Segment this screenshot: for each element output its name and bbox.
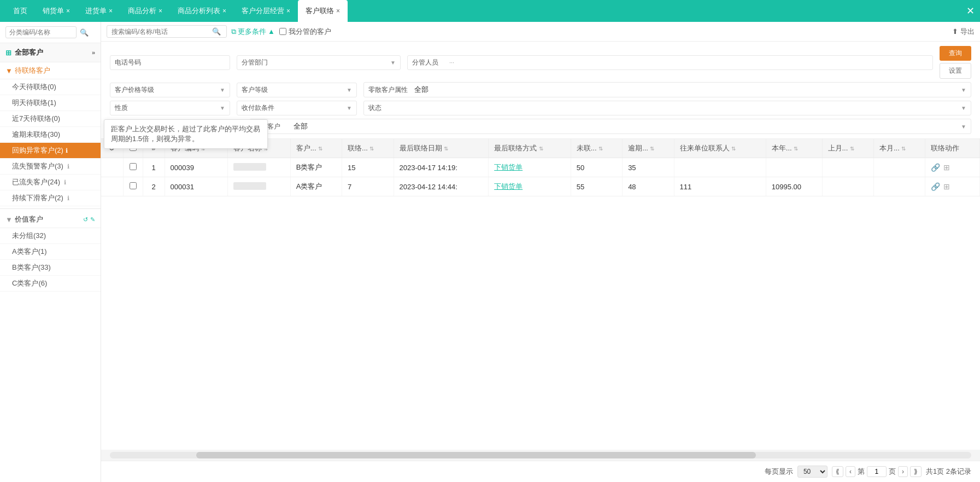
nav-home[interactable]: 首页 <box>5 0 35 22</box>
filter-search-input[interactable] <box>112 28 210 36</box>
filter-gender-field[interactable]: 性质 ▼ <box>110 101 230 115</box>
settings-btn[interactable]: 设置 <box>940 63 971 79</box>
nav-purchase-label: 进货单 <box>85 6 107 16</box>
content-area: 🔍 ⧉ 更多条件 ▲ 我分管的客户 ⬆ 导出 电话号码 <box>101 22 980 482</box>
row1-checkbox[interactable] <box>130 163 137 170</box>
filter-phone-field[interactable]: 电话号码 <box>110 55 230 70</box>
th-uncontacted[interactable]: 未联... <box>571 139 622 158</box>
lost-warning-info-icon[interactable]: ℹ <box>67 163 69 170</box>
close-all-btn[interactable]: ✕ <box>966 5 975 17</box>
nav-purchase-close[interactable]: × <box>109 7 113 15</box>
nav-goods-analysis[interactable]: 商品分析 × <box>120 0 170 22</box>
th-current-month[interactable]: 本月... <box>873 139 925 158</box>
nav-sales-close[interactable]: × <box>66 7 70 15</box>
row2-last-method-val[interactable]: 下销货单 <box>494 182 523 190</box>
sidebar-search-icon[interactable]: 🔍 <box>80 28 89 37</box>
sidebar-item-overdue[interactable]: 逾期未联络(30) <box>0 127 101 143</box>
filter-retail-customer-field[interactable]: 零散客户 全部 ▼ <box>249 119 971 134</box>
sidebar-item-class-a[interactable]: A类客户(1) <box>0 244 101 260</box>
th-last-month[interactable]: 上月... <box>822 139 873 158</box>
row1-grid-icon[interactable]: ⊞ <box>943 163 950 172</box>
filter-price-level-field[interactable]: 客户价格等级 ▼ <box>110 83 230 97</box>
filter-dept-label: 分管部门 <box>242 58 274 67</box>
hscroll-thumb[interactable] <box>196 452 756 458</box>
row1-last-method-val[interactable]: 下销货单 <box>494 163 523 171</box>
th-unit-contact[interactable]: 往来单位联系人 <box>674 139 766 158</box>
th-current-year[interactable]: 本年... <box>766 139 822 158</box>
lost-info-icon[interactable]: ℹ <box>64 179 66 185</box>
sidebar-item-today[interactable]: 今天待联络(0) <box>0 79 101 95</box>
sidebar-item-ungroup[interactable]: 未分组(32) <box>0 228 101 244</box>
sidebar-item-class-b[interactable]: B类客户(33) <box>0 260 101 276</box>
page-input[interactable] <box>867 466 887 477</box>
sidebar-item-repurchase[interactable]: 回购异常客户(2) ℹ <box>0 143 101 159</box>
th-contact[interactable]: 联络... <box>342 139 394 158</box>
pending-group-header[interactable]: ▼ 待联络客户 <box>0 62 101 79</box>
query-btn[interactable]: 查询 <box>940 46 971 61</box>
nav-goods-close[interactable]: × <box>159 7 162 15</box>
filter-retail-attr-field[interactable]: 零散客户属性 全部 ▼ <box>363 82 971 97</box>
nav-sales[interactable]: 销货单 × <box>35 0 78 22</box>
filter-payment-field[interactable]: 收付款条件 ▼ <box>237 101 357 115</box>
per-page-select[interactable]: 50 20 100 <box>797 466 828 478</box>
filter-search-icon[interactable]: 🔍 <box>212 27 221 36</box>
filter-manager-dots[interactable]: ··· <box>449 59 454 66</box>
sidebar-item-lost-warning[interactable]: 流失预警客户(3) ℹ <box>0 159 101 175</box>
row1-uncontacted-val: 50 <box>577 164 584 172</box>
row1-name <box>227 158 290 177</box>
th-ctype[interactable]: 客户... <box>290 139 342 158</box>
nav-customer-contact-label: 客户联络 <box>306 6 334 16</box>
hscroll-bar[interactable] <box>110 452 971 458</box>
sidebar-item-tomorrow[interactable]: 明天待联络(1) <box>0 95 101 111</box>
nav-goods-list[interactable]: 商品分析列表 × <box>170 0 234 22</box>
sidebar-item-declining[interactable]: 持续下滑客户(2) ℹ <box>0 190 101 206</box>
nav-segment-close[interactable]: × <box>286 7 290 15</box>
filter-bar: 🔍 ⧉ 更多条件 ▲ 我分管的客户 ⬆ 导出 <box>101 22 980 42</box>
my-customers-checkbox-wrap: 我分管的客户 <box>279 27 331 37</box>
filter-search-box: 🔍 <box>107 25 227 38</box>
row2-grid-icon[interactable]: ⊞ <box>943 182 950 191</box>
class-a-label: A类客户(1) <box>12 247 47 255</box>
export-btn[interactable]: ⬆ 导出 <box>952 27 975 37</box>
filter-department-field[interactable]: 分管部门 ▼ <box>237 55 401 70</box>
th-contact-label: 联络... <box>348 144 368 152</box>
last-page-btn[interactable]: ⟫ <box>910 466 922 477</box>
filter-customer-level-field[interactable]: 客户等级 ▼ <box>237 83 357 97</box>
value-refresh-icon[interactable]: ↺ <box>83 216 88 223</box>
row2-contact-count: 7 <box>342 177 394 196</box>
row1-link-icon[interactable]: 🔗 <box>931 163 940 172</box>
filter-status-label: 状态 <box>368 103 401 113</box>
row2-checkbox[interactable] <box>130 182 137 189</box>
prev-page-btn[interactable]: ‹ <box>846 466 855 477</box>
declining-info-icon[interactable]: ℹ <box>67 195 69 201</box>
sidebar-item-7days[interactable]: 近7天待联络(0) <box>0 111 101 127</box>
th-last-method[interactable]: 最后联络方式 <box>489 139 571 158</box>
filter-manager-field[interactable]: 分管人员 ··· <box>407 55 933 70</box>
nav-goods-list-close[interactable]: × <box>222 7 226 15</box>
filter-status-field[interactable]: 状态 ▼ <box>363 101 971 115</box>
my-customers-checkbox[interactable] <box>279 28 286 35</box>
sidebar-item-class-c[interactable]: C类客户(6) <box>0 276 101 292</box>
all-customers-header: ⊞ 全部客户 » <box>0 43 101 62</box>
filter-retail-cust-value: 全部 <box>294 121 308 131</box>
nav-contact-close[interactable]: × <box>336 7 340 15</box>
all-customers-label: 全部客户 <box>15 48 43 57</box>
nav-customer-contact[interactable]: 客户联络 × <box>298 0 348 22</box>
value-edit-icon[interactable]: ✎ <box>90 216 95 223</box>
first-page-btn[interactable]: ⟪ <box>832 466 843 477</box>
nav-purchase[interactable]: 进货单 × <box>78 0 120 22</box>
sidebar-collapse-btn[interactable]: » <box>92 49 95 56</box>
row2-link-icon[interactable]: 🔗 <box>931 182 940 191</box>
repurchase-info-icon[interactable]: ℹ <box>66 147 68 154</box>
filter-gender-arrow: ▼ <box>220 105 225 111</box>
th-last-date[interactable]: 最后联络日期 <box>394 139 489 158</box>
sidebar-item-lost[interactable]: 已流失客户(24) ℹ <box>0 175 101 190</box>
th-overdue[interactable]: 逾期... <box>623 139 674 158</box>
filter-retail-attr-value: 全部 <box>414 85 429 95</box>
filter-more-btn[interactable]: ⧉ 更多条件 ▲ <box>231 27 275 37</box>
nav-customer-segment[interactable]: 客户分层经营 × <box>234 0 298 22</box>
next-page-btn[interactable]: › <box>898 466 908 477</box>
row1-name-masked <box>233 163 266 171</box>
lost-label: 已流失客户(24) <box>12 178 60 186</box>
sidebar-search-input[interactable] <box>5 26 77 38</box>
